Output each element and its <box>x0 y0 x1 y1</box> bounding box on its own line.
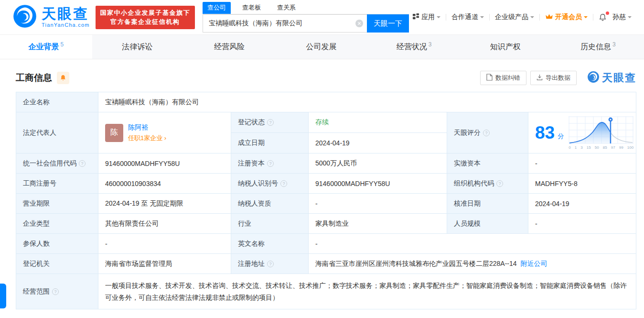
logo-subtext: TianYanCha.com <box>42 22 90 28</box>
tianyancha-logo[interactable]: 天眼查 TianYanCha.com <box>12 4 90 31</box>
crown-icon <box>545 13 553 22</box>
tianyancha-watermark-icon <box>587 71 600 85</box>
score-chart-axis: 01 315 5085 9799 100 <box>569 145 633 150</box>
tab-history-info[interactable]: 历史信息3 <box>552 35 644 59</box>
reg-address-value: 海南省三亚市崖州区崖州湾科技城雅布伦产业园五号楼二层228A--14 附近公司 <box>309 254 636 274</box>
business-scope-value: 一般项目技术服务、技术开发、技术咨询、技术交流、技术转让、技术推广；数字技术服务… <box>98 274 636 309</box>
english-name-label: 英文名称 <box>231 234 309 254</box>
taxpayer-quality-label: 纳税人资质 <box>231 194 309 214</box>
help-icon[interactable] <box>52 288 59 295</box>
divider <box>489 14 490 21</box>
help-icon[interactable] <box>483 130 490 136</box>
search-input[interactable] <box>203 14 367 33</box>
company-section-tabs: 企业背景5 法律诉讼 经营风险 公司发展 经营状况3 知识产权 历史信息3 <box>0 34 644 59</box>
help-icon[interactable] <box>267 261 274 267</box>
tab-company-development[interactable]: 公司发展 <box>276 35 368 59</box>
business-info-table: 企业名称 宝褵睡眠科技（海南）有限公司 法定代表人 陈 陈阿裕 任职1家企业 ›… <box>16 92 636 309</box>
reg-status-label: 登记状态 <box>231 112 309 133</box>
score-value: 83 分 <box>528 112 636 154</box>
notification-red-dot <box>606 11 609 15</box>
reg-capital-label: 注册资本 <box>231 154 309 174</box>
search-tab-boss[interactable]: 查老板 <box>237 2 266 14</box>
reg-capital-value: 5000万人民币 <box>309 154 447 174</box>
business-term-label: 营业期限 <box>16 194 98 214</box>
help-icon[interactable] <box>79 160 86 167</box>
company-type-value: 其他有限责任公司 <box>98 214 231 234</box>
score-unit: 分 <box>558 132 564 141</box>
floating-side-tab[interactable] <box>0 284 6 308</box>
chevron-down-icon <box>437 16 440 20</box>
paid-capital-value: - <box>528 154 636 174</box>
tianyancha-watermark: 天眼查 <box>587 71 636 85</box>
top-menu: 应用 合作通道 企业级产品 开通会员 孙慈 <box>410 13 633 22</box>
business-scope-label: 经营范围 <box>16 274 98 309</box>
legal-rep-value: 陈 陈阿裕 任职1家企业 › <box>98 112 231 154</box>
divider <box>593 14 593 21</box>
legal-rep-name-link[interactable]: 陈阿裕 <box>128 123 166 132</box>
taxpayer-id-label: 纳税人识别号 <box>231 174 309 194</box>
clear-search-icon[interactable]: ✕ <box>355 20 363 27</box>
chevron-down-icon <box>628 16 632 20</box>
menu-enterprise-products[interactable]: 企业级产品 <box>493 13 536 22</box>
section-header: 工商信息 数据纠错 导出数据 <box>0 59 644 92</box>
chevron-down-icon <box>480 16 484 20</box>
legal-rep-companies-link[interactable]: 任职1家企业 › <box>128 134 166 143</box>
search-area: 查公司 查老板 查关系 ✕ 天眼一下 <box>203 2 409 33</box>
export-data-button[interactable]: 导出数据 <box>530 71 577 85</box>
est-date-value: 2024-04-19 <box>309 133 447 154</box>
org-code-label: 组织机构代码 <box>447 174 528 194</box>
score-label: 天眼评分 <box>447 112 528 154</box>
reg-status-value: 存续 <box>309 112 447 133</box>
apps-grid-icon <box>412 13 419 22</box>
help-icon[interactable] <box>267 119 274 126</box>
insured-value: - <box>98 234 231 254</box>
paid-capital-label: 实缴资本 <box>447 154 528 174</box>
menu-user[interactable]: 孙慈 <box>611 13 633 22</box>
menu-vip[interactable]: 开通会员 <box>543 13 590 22</box>
search-button[interactable]: 天眼一下 <box>367 14 409 33</box>
tab-operation-status[interactable]: 经营状况3 <box>368 35 460 59</box>
help-icon[interactable] <box>280 180 287 187</box>
credit-code-label: 统一社会信用代码 <box>16 154 98 174</box>
search-tabs: 查公司 查老板 查关系 <box>203 2 409 14</box>
notification-bell-icon[interactable] <box>597 13 609 22</box>
subscribe-bell-icon[interactable] <box>57 72 69 84</box>
credit-code-value: 91460000MADHFYY58U <box>98 154 231 174</box>
company-name-value: 宝褵睡眠科技（海南）有限公司 <box>98 92 636 112</box>
tab-legal-proceedings[interactable]: 法律诉讼 <box>92 35 184 59</box>
approval-date-value: 2024-04-19 <box>528 194 636 214</box>
tab-operation-risk[interactable]: 经营风险 <box>184 35 276 59</box>
reg-number-value: 460000010903834 <box>98 174 231 194</box>
divider <box>539 14 540 21</box>
data-correction-button[interactable]: 数据纠错 <box>480 71 526 85</box>
tianyancha-logo-icon <box>12 4 37 31</box>
company-type-label: 企业类型 <box>16 214 98 234</box>
logo-text: 天眼查 <box>42 7 90 21</box>
section-title: 工商信息 <box>16 72 52 84</box>
username: 孙慈 <box>612 13 626 22</box>
insured-label: 参保人数 <box>16 234 98 254</box>
menu-cooperation[interactable]: 合作通道 <box>450 13 486 22</box>
document-icon <box>486 74 493 82</box>
tab-company-background[interactable]: 企业背景5 <box>0 35 92 59</box>
legal-rep-label: 法定代表人 <box>16 112 98 154</box>
tab-intellectual-property[interactable]: 知识产权 <box>460 35 552 59</box>
download-icon <box>537 74 543 82</box>
header: 天眼查 TianYanCha.com 国家中小企业发展子基金旗下 官方备案企业征… <box>0 0 644 34</box>
approval-date-label: 核准日期 <box>447 194 528 214</box>
menu-apps[interactable]: 应用 <box>410 13 442 22</box>
est-date-label: 成立日期 <box>231 133 309 154</box>
avatar[interactable]: 陈 <box>105 124 123 142</box>
reg-authority-label: 登记机关 <box>16 254 98 274</box>
industry-value: 家具制造业 <box>309 214 447 234</box>
search-tab-company[interactable]: 查公司 <box>203 2 231 14</box>
help-icon[interactable] <box>267 160 274 167</box>
english-name-value: - <box>309 234 636 254</box>
help-icon[interactable] <box>496 180 503 187</box>
nearby-companies-link[interactable]: 附近公司 <box>521 260 547 268</box>
reg-number-label: 工商注册号 <box>16 174 98 194</box>
search-tab-relation[interactable]: 查关系 <box>272 2 301 14</box>
chevron-down-icon <box>530 16 534 20</box>
taxpayer-quality-value: - <box>309 194 447 214</box>
org-code-value: MADHFYY5-8 <box>528 174 636 194</box>
